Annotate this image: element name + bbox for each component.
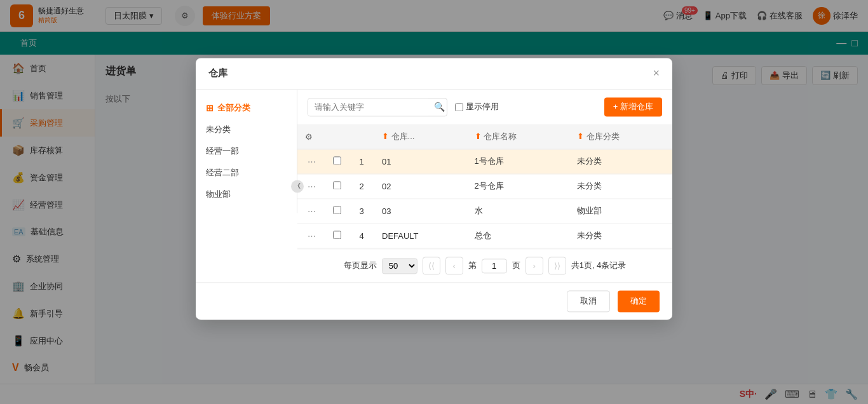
show-disabled-toggle[interactable]: 显示停用 [455,101,499,112]
warehouse-table: ⚙ ⬆ 仓库... ⬆ 仓库名称 ⬆ 仓库分类 [297,125,672,248]
prev-page-button[interactable]: ‹ [445,257,463,274]
row-checkbox-cell[interactable] [325,149,349,174]
next-page-button[interactable]: › [526,257,543,274]
col-code[interactable]: ⬆ 仓库... [374,125,467,149]
category-all[interactable]: ⊞ 全部分类 [196,97,297,119]
category-item-property[interactable]: 物业部 [196,184,297,205]
row-category: 未分类 [569,149,672,174]
add-warehouse-button[interactable]: + 新增仓库 [604,97,662,116]
col-checkbox [325,125,349,149]
category-item-unclassified[interactable]: 未分类 [196,119,297,140]
modal-close-button[interactable]: × [653,67,660,80]
col-gear: ⚙ [297,125,325,149]
sort-icon-name: ⬆ [475,131,482,141]
modal-body: ⊞ 全部分类 未分类 经营一部 经营二部 物业部 《 🔍 显示停用 [196,90,672,282]
row-code: 02 [374,174,467,199]
warehouse-toolbar: 🔍 显示停用 + 新增仓库 [297,90,672,125]
per-page-select[interactable]: 50 10 20 100 [382,258,417,274]
cancel-button[interactable]: 取消 [567,290,610,312]
row-checkbox-cell[interactable] [325,174,349,199]
search-box: 🔍 [308,98,447,116]
search-button[interactable]: 🔍 [428,102,447,112]
row-code: DEFAULT [374,224,467,248]
category-item-dept2[interactable]: 经营二部 [196,162,297,184]
sort-icon-cat: ⬆ [577,131,584,141]
first-page-button[interactable]: ⟨⟨ [423,257,440,274]
col-category[interactable]: ⬆ 仓库分类 [569,125,672,149]
row-name: 水 [467,199,570,224]
collapse-panel-button[interactable]: 《 [291,180,304,192]
category-panel: ⊞ 全部分类 未分类 经营一部 经营二部 物业部 [196,90,297,213]
row-number: 4 [349,224,374,248]
category-all-label: 全部分类 [217,102,250,114]
pagination-summary: 共1页, 4条记录 [571,260,627,271]
table-row: ⋯ 4 DEFAULT 总仓 未分类 [297,224,672,248]
row-number: 3 [349,199,374,224]
row-checkbox[interactable] [333,181,341,189]
row-actions[interactable]: ⋯ [297,149,325,174]
pagination: 每页显示 50 10 20 100 ⟨⟨ ‹ 第 页 › ⟩⟩ 共1页, 4条记… [297,248,672,282]
per-page-label: 每页显示 [344,260,377,271]
row-name: 总仓 [467,224,570,248]
row-checkbox[interactable] [333,231,341,239]
search-input[interactable] [308,98,428,116]
sort-icon: ⬆ [382,131,389,141]
row-actions[interactable]: ⋯ [297,199,325,224]
warehouse-right: 🔍 显示停用 + 新增仓库 ⚙ [297,90,672,282]
col-name[interactable]: ⬆ 仓库名称 [467,125,570,149]
show-disabled-checkbox[interactable] [455,103,463,111]
row-name: 1号仓库 [467,149,570,174]
page-unit: 页 [512,260,520,271]
modal-title: 仓库 [208,67,227,79]
row-number: 2 [349,174,374,199]
row-number: 1 [349,149,374,174]
page-input[interactable] [482,259,507,273]
row-checkbox-cell[interactable] [325,199,349,224]
table-row: ⋯ 2 02 2号仓库 未分类 [297,174,672,199]
table-row: ⋯ 1 01 1号仓库 未分类 [297,149,672,174]
show-disabled-label: 显示停用 [466,101,499,112]
modal-header: 仓库 × [196,58,672,90]
row-checkbox[interactable] [333,206,341,214]
table-row: ⋯ 3 03 水 物业部 [297,199,672,224]
row-checkbox-cell[interactable] [325,224,349,248]
row-category: 未分类 [569,224,672,248]
table-header-row: ⚙ ⬆ 仓库... ⬆ 仓库名称 ⬆ 仓库分类 [297,125,672,149]
row-actions[interactable]: ⋯ [297,224,325,248]
category-item-dept1[interactable]: 经营一部 [196,140,297,162]
page-label: 第 [468,260,477,271]
row-code: 03 [374,199,467,224]
last-page-button[interactable]: ⟩⟩ [548,257,566,274]
modal-footer: 取消 确定 [196,282,672,320]
row-name: 2号仓库 [467,174,570,199]
row-code: 01 [374,149,467,174]
col-num [349,125,374,149]
row-category: 未分类 [569,174,672,199]
grid-icon: ⊞ [206,103,214,113]
row-category: 物业部 [569,199,672,224]
confirm-button[interactable]: 确定 [618,290,660,312]
warehouse-modal: 仓库 × ⊞ 全部分类 未分类 经营一部 经营二部 物业部 《 [196,58,672,320]
row-checkbox[interactable] [333,156,341,165]
